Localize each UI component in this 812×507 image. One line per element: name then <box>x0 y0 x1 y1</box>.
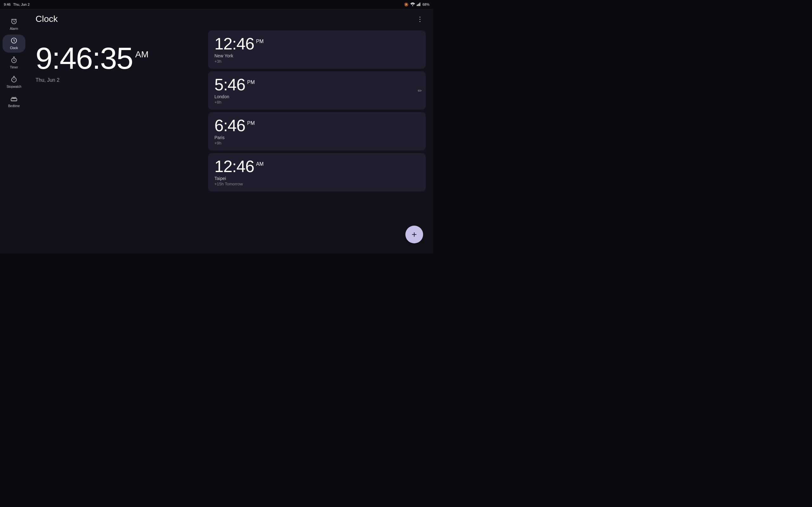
alarm-icon <box>10 18 17 26</box>
svg-rect-4 <box>420 3 420 6</box>
sidebar-item-timer[interactable]: Timer <box>3 54 26 72</box>
sidebar-item-stopwatch-label: Stopwatch <box>7 85 21 89</box>
signal-icon <box>417 3 420 7</box>
page-header: Clock ⋮ <box>36 14 426 24</box>
newyork-digits: 12:46 <box>214 36 254 52</box>
edit-icon[interactable]: ✏ <box>418 88 422 94</box>
svg-rect-1 <box>417 5 417 6</box>
newyork-city: New York <box>214 53 419 58</box>
taipei-time-display: 12:46 AM <box>214 158 419 175</box>
sidebar: Alarm Clock Timer <box>0 9 28 253</box>
paris-offset: +9h <box>214 141 419 146</box>
newyork-ampm: PM <box>256 39 264 44</box>
status-bar-right: 🔕 68% <box>404 3 429 7</box>
clock-icon <box>10 37 17 45</box>
sidebar-item-alarm[interactable]: Alarm <box>3 15 26 33</box>
svg-rect-3 <box>419 3 419 6</box>
newyork-offset: +3h <box>214 59 419 64</box>
svg-rect-2 <box>418 4 418 6</box>
london-offset: +8h <box>214 100 419 105</box>
app-container: Alarm Clock Timer <box>0 9 433 253</box>
sidebar-item-alarm-label: Alarm <box>10 27 18 31</box>
paris-digits: 6:46 <box>214 117 245 134</box>
taipei-digits: 12:46 <box>214 158 254 175</box>
paris-time-display: 6:46 PM <box>214 117 419 134</box>
local-time-display: 9:46:35 AM <box>36 43 200 73</box>
sidebar-item-bedtime[interactable]: Bedtime <box>3 93 26 111</box>
sidebar-item-bedtime-label: Bedtime <box>8 104 20 108</box>
overflow-menu-button[interactable]: ⋮ <box>414 14 426 24</box>
status-bar: 9:46 Thu, Jun 2 🔕 68% <box>0 0 433 9</box>
bedtime-icon <box>10 95 17 103</box>
local-time-section: 9:46:35 AM Thu, Jun 2 <box>36 31 200 248</box>
local-time-ampm: AM <box>135 49 148 60</box>
add-clock-fab[interactable]: + <box>405 226 423 243</box>
page-title: Clock <box>36 14 58 24</box>
status-time: 9:46 <box>4 3 10 6</box>
taipei-city: Taipei <box>214 176 419 181</box>
stopwatch-icon <box>10 76 17 83</box>
newyork-time-display: 12:46 PM <box>214 36 419 52</box>
london-ampm: PM <box>247 79 255 85</box>
local-date: Thu, Jun 2 <box>36 77 200 83</box>
london-digits: 5:46 <box>214 76 245 93</box>
local-hours-minutes: 9:46 <box>36 41 92 75</box>
taipei-ampm: AM <box>256 161 264 167</box>
sidebar-item-clock-label: Clock <box>10 46 18 50</box>
battery-status: 68% <box>422 3 429 6</box>
wifi-icon <box>410 3 415 7</box>
world-clock-newyork: 12:46 PM New York +3h <box>208 31 426 69</box>
paris-ampm: PM <box>247 120 255 126</box>
timer-icon <box>10 56 17 64</box>
world-clock-taipei: 12:46 AM Taipei +15h Tomorrow <box>208 153 426 191</box>
local-seconds: :35 <box>92 41 133 75</box>
sidebar-item-timer-label: Timer <box>10 66 18 69</box>
svg-rect-11 <box>14 97 16 99</box>
london-city: London <box>214 94 419 99</box>
taipei-offset: +15h Tomorrow <box>214 181 419 186</box>
local-time-digits: 9:46:35 <box>36 43 133 73</box>
sidebar-item-clock[interactable]: Clock <box>3 35 26 53</box>
status-bar-left: 9:46 Thu, Jun 2 <box>4 3 30 6</box>
svg-rect-9 <box>11 99 17 101</box>
svg-point-0 <box>412 5 413 6</box>
world-clock-london: 5:46 PM London +8h ✏ <box>208 71 426 110</box>
world-clock-paris: 6:46 PM Paris +9h <box>208 112 426 151</box>
clock-content: 9:46:35 AM Thu, Jun 2 12:46 PM New York … <box>36 31 426 248</box>
main-content: Clock ⋮ 9:46:35 AM Thu, Jun 2 12:4 <box>28 9 433 253</box>
svg-rect-10 <box>12 97 14 99</box>
london-time-display: 5:46 PM <box>214 76 419 93</box>
mute-icon: 🔕 <box>404 3 409 7</box>
sidebar-item-stopwatch[interactable]: Stopwatch <box>3 73 26 91</box>
world-clocks-list: 12:46 PM New York +3h 5:46 PM London +8h… <box>208 31 426 248</box>
status-date: Thu, Jun 2 <box>13 3 30 6</box>
paris-city: Paris <box>214 135 419 140</box>
